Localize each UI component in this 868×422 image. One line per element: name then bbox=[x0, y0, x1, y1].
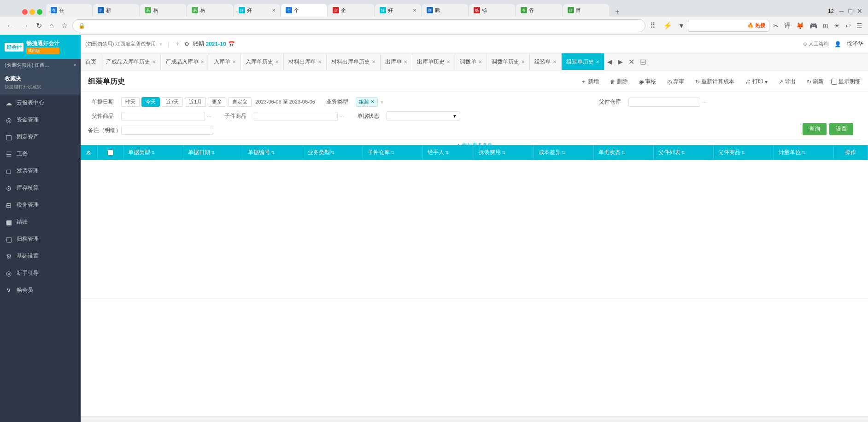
page-tab-assembly[interactable]: 组装单 ✕ bbox=[530, 53, 562, 70]
page-tab-transfer-history[interactable]: 调拨单历史 ✕ bbox=[487, 53, 530, 70]
th-bill-type[interactable]: 单据类型 ⇅ bbox=[123, 145, 183, 160]
th-unit[interactable]: 计量单位 ⇅ bbox=[774, 145, 833, 160]
show-detail-checkbox-label[interactable]: 显示明细 bbox=[831, 78, 861, 86]
sidebar-item-archive[interactable]: ◫ 归档管理 bbox=[0, 231, 81, 248]
sidebar-item-guide[interactable]: ◎ 新手引导 bbox=[0, 265, 81, 282]
page-tab-transfer-close[interactable]: ✕ bbox=[478, 59, 482, 64]
favorites-shortcut[interactable]: 快捷键打开收藏夹 bbox=[5, 84, 76, 90]
parent-warehouse-input[interactable] bbox=[628, 98, 700, 107]
menu-icon[interactable]: ☰ bbox=[855, 21, 864, 30]
page-tab-inbound-history[interactable]: 入库单历史 ✕ bbox=[241, 53, 284, 70]
settings-button[interactable]: 设置 bbox=[829, 123, 853, 135]
tab-nav-next[interactable]: ▶ bbox=[615, 58, 626, 65]
back-button[interactable]: ← bbox=[4, 20, 17, 32]
date-1month-btn[interactable]: 近1月 bbox=[185, 97, 206, 107]
sidebar-item-payroll[interactable]: ☰ 工资 bbox=[0, 145, 81, 162]
qr-code-button[interactable]: ⠿ bbox=[647, 19, 658, 32]
date-today-btn[interactable]: 今天 bbox=[141, 97, 160, 107]
new-tab-button[interactable]: ＋ bbox=[610, 7, 625, 17]
export-btn[interactable]: ↗ 导出 bbox=[775, 76, 799, 87]
biz-type-tag-remove[interactable]: ✕ bbox=[370, 99, 375, 105]
sidebar-item-invoice[interactable]: ◻ 发票管理 bbox=[0, 162, 81, 179]
parent-goods-more-btn[interactable]: ··· bbox=[205, 113, 213, 120]
close-all-tabs-btn[interactable]: ✕ bbox=[626, 58, 637, 66]
date-custom-btn[interactable]: 自定义 bbox=[228, 97, 252, 107]
game-icon[interactable]: 🎮 bbox=[808, 21, 819, 30]
th-child-warehouse[interactable]: 子件仓库 ⇅ bbox=[363, 145, 423, 160]
home-button[interactable]: ⌂ bbox=[47, 20, 57, 32]
page-tab-outbound-history[interactable]: 出库单历史 ✕ bbox=[412, 53, 455, 70]
sidebar-item-settlement[interactable]: ▦ 结账 bbox=[0, 214, 81, 231]
browser-tab-3[interactable]: 易 易 bbox=[140, 4, 186, 17]
sidebar-item-fixed-assets[interactable]: ◫ 固定资产 bbox=[0, 128, 81, 145]
page-tab-material-out[interactable]: 材料出库单 ✕ bbox=[284, 53, 327, 70]
page-tab-outbound[interactable]: 出库单 ✕ bbox=[381, 53, 412, 70]
page-tab-assembly-close[interactable]: ✕ bbox=[553, 59, 557, 64]
close-window-button[interactable]: ✕ bbox=[855, 6, 864, 17]
tab-nav-prev[interactable]: ◀ bbox=[604, 58, 615, 65]
bookmark-button[interactable]: ☆ bbox=[59, 19, 70, 32]
page-tab-assembly-history-close[interactable]: ✕ bbox=[596, 59, 599, 64]
page-tab-transfer[interactable]: 调拨单 ✕ bbox=[455, 53, 487, 70]
page-tab-outbound-close[interactable]: ✕ bbox=[404, 59, 407, 64]
date-yesterday-btn[interactable]: 昨天 bbox=[121, 97, 140, 107]
page-tab-material-out-history-close[interactable]: ✕ bbox=[372, 59, 375, 64]
date-7days-btn[interactable]: 近7天 bbox=[162, 97, 183, 107]
page-tab-inbound-close[interactable]: ✕ bbox=[232, 59, 236, 64]
biz-type-dropdown-icon[interactable]: ▾ bbox=[381, 99, 383, 105]
user-name[interactable]: 徐泽华 bbox=[847, 40, 863, 48]
page-tab-material-out-history[interactable]: 材料出库单历史 ✕ bbox=[327, 53, 381, 70]
lightning-button[interactable]: ⚡ bbox=[660, 19, 675, 32]
search-input[interactable]: 大量安卓用户逃离 bbox=[692, 23, 747, 29]
sidebar-item-cloud-reports[interactable]: ☁ 云报表中心 bbox=[0, 94, 81, 111]
scissors-icon[interactable]: ✂ bbox=[771, 21, 780, 30]
th-bill-status[interactable]: 单据状态 ⇅ bbox=[594, 145, 654, 160]
th-bill-no[interactable]: 单据编号 ⇅ bbox=[243, 145, 303, 160]
add-btn[interactable]: ＋ 新增 bbox=[577, 76, 603, 87]
sidebar-company[interactable]: (勿删勿禁用) 江西... ▾ bbox=[0, 59, 81, 71]
reload-button[interactable]: ↻ bbox=[33, 19, 45, 32]
address-bar[interactable]: 🔒 https://cloud.chanjet.com/accounting/u… bbox=[72, 19, 645, 32]
child-goods-input[interactable] bbox=[254, 112, 338, 121]
browser-tab-12[interactable]: 目 目 bbox=[563, 4, 609, 17]
sidebar-item-vip[interactable]: V 畅会员 bbox=[0, 282, 81, 299]
page-tab-finished-history-close[interactable]: ✕ bbox=[152, 59, 156, 64]
sun-icon[interactable]: ☀ bbox=[832, 21, 842, 30]
browser-tab-1[interactable]: 在 在 bbox=[46, 4, 92, 17]
print-btn[interactable]: 🖨 打印 ▾ bbox=[742, 76, 771, 87]
dropdown-button[interactable]: ▾ bbox=[677, 19, 686, 32]
sidebar-item-tax[interactable]: ⊟ 税务管理 bbox=[0, 197, 81, 214]
forward-button[interactable]: → bbox=[18, 20, 31, 32]
browser-tab-10[interactable]: 畅 畅 bbox=[469, 4, 515, 17]
topbar-company[interactable]: (勿删勿禁用) 江西服宝测试专用 bbox=[85, 40, 156, 47]
sidebar-item-settings[interactable]: ⚙ 基础设置 bbox=[0, 248, 81, 265]
page-tab-finished-history[interactable]: 产成品入库单历史 ✕ bbox=[101, 53, 161, 70]
browser-tab-5[interactable]: 好 好 ✕ bbox=[234, 4, 280, 17]
emoji-icon[interactable]: 🦊 bbox=[794, 21, 806, 30]
browser-tab-active[interactable]: 个 个 bbox=[281, 4, 327, 17]
page-tab-inbound-history-close[interactable]: ✕ bbox=[275, 59, 279, 64]
browser-tab-11[interactable]: 各 各 bbox=[516, 4, 562, 17]
minimize-button[interactable]: ─ bbox=[838, 6, 846, 17]
th-checkbox[interactable] bbox=[97, 145, 123, 160]
child-goods-more-btn[interactable]: ··· bbox=[338, 113, 346, 120]
page-tab-assembly-history[interactable]: 组装单历史 ✕ bbox=[562, 53, 604, 70]
tab-close-8[interactable]: ✕ bbox=[411, 8, 416, 13]
parent-goods-input[interactable] bbox=[121, 112, 205, 121]
show-detail-checkbox[interactable] bbox=[831, 79, 837, 85]
date-more-btn[interactable]: 更多 bbox=[208, 97, 226, 107]
bill-status-select[interactable]: ▾ bbox=[387, 111, 460, 121]
settings-gear-btn[interactable]: ⚙ bbox=[184, 41, 189, 47]
page-tab-home[interactable]: 首页 bbox=[81, 53, 101, 70]
delete-btn[interactable]: 🗑 删除 bbox=[606, 76, 632, 87]
tab-settings-btn[interactable]: ⊟ bbox=[637, 58, 649, 66]
maximize-button[interactable]: □ bbox=[847, 6, 854, 17]
page-tab-finished[interactable]: 产成品入库单 ✕ bbox=[161, 53, 209, 70]
sidebar-item-capital[interactable]: ◎ 资金管理 bbox=[0, 111, 81, 128]
add-company-btn[interactable]: ＋ bbox=[175, 40, 181, 48]
address-input[interactable]: https://cloud.chanjet.com/accounting/uru… bbox=[87, 23, 639, 29]
th-cost-diff[interactable]: 成本差异 ⇅ bbox=[534, 145, 593, 160]
th-parent-list[interactable]: 父件列表 ⇅ bbox=[654, 145, 714, 160]
th-parent-goods[interactable]: 父件商品 ⇅ bbox=[714, 145, 774, 160]
period-value[interactable]: 2021-10 bbox=[206, 41, 226, 47]
